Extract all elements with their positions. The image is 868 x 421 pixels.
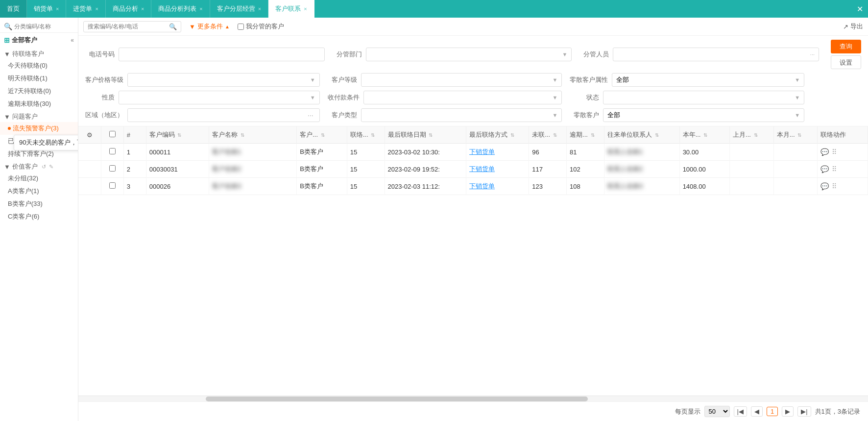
col-this-year-sort[interactable]: ⇅ (703, 132, 707, 138)
query-button[interactable]: 查询 (831, 40, 861, 53)
settings-icon[interactable]: ⚙ (87, 131, 93, 139)
col-code[interactable]: 客户编码 ⇅ (146, 126, 209, 144)
col-last-type[interactable]: 最后联络方式 ⇅ (466, 126, 529, 144)
filter-price-grade-select[interactable]: ▼ (127, 73, 320, 87)
filter-region-ellipsis[interactable]: ··· (306, 111, 315, 119)
cell-action-0[interactable]: 💬 ⠿ (818, 144, 868, 161)
action-more-icon-2[interactable]: ⠿ (832, 182, 837, 190)
col-contact[interactable]: 联络... ⇅ (347, 126, 385, 144)
tab-customer-contact[interactable]: 客户联系 × (268, 0, 314, 18)
tab-customer-layer[interactable]: 客户分层经营 × (210, 0, 268, 18)
page-next-btn[interactable]: ▶ (782, 406, 794, 417)
filter-casual-select[interactable]: 全部 ▼ (603, 108, 804, 122)
filter-phone-input[interactable] (119, 48, 325, 61)
col-this-month-sort[interactable]: ⇅ (797, 132, 801, 138)
page-prev-btn[interactable]: ◀ (751, 406, 763, 417)
sidebar-search-box[interactable]: 🔍 (0, 21, 78, 33)
page-prev-first-btn[interactable]: |◀ (734, 406, 747, 417)
sidebar-item-overdue[interactable]: 逾期未联络(30) (0, 98, 78, 110)
col-name[interactable]: 客户名称 ⇅ (209, 126, 296, 144)
col-uncontacted[interactable]: 未联... ⇅ (529, 126, 567, 144)
row-checkbox-2[interactable] (109, 182, 116, 189)
col-type[interactable]: 客户... ⇅ (297, 126, 347, 144)
cell-last-type-0[interactable]: 下销货单 (466, 144, 529, 161)
more-conditions-btn[interactable]: ▼ 更多条件 ▲ (185, 21, 234, 32)
sidebar-all-customers[interactable]: ⊞ 全部客户 « (0, 33, 78, 48)
my-customers-check[interactable] (238, 24, 244, 30)
action-chat-icon-2[interactable]: 💬 (820, 182, 829, 190)
horizontal-scrollbar[interactable] (78, 396, 868, 401)
tab-purchase-close[interactable]: × (95, 6, 98, 12)
sidebar-item-tomorrow[interactable]: 明天待联络(1) (0, 72, 78, 85)
col-overdue-sort[interactable]: ⇅ (591, 132, 595, 138)
filter-status-select[interactable]: ▼ (603, 91, 804, 104)
cell-checkbox-0[interactable] (101, 144, 123, 161)
col-checkbox[interactable] (101, 126, 123, 144)
page-next-last-btn[interactable]: ▶| (797, 406, 811, 417)
search-input[interactable] (88, 23, 167, 30)
cell-last-type-2[interactable]: 下销货单 (466, 178, 529, 195)
tab-home[interactable]: 首页 (0, 0, 27, 18)
sidebar-item-c-class[interactable]: C类客户(6) (0, 210, 78, 223)
row-checkbox-0[interactable] (109, 148, 116, 154)
filter-region-select[interactable]: ··· (127, 108, 320, 122)
tab-product-analysis-close[interactable]: × (141, 6, 144, 12)
tab-product-list[interactable]: 商品分析列表 × (151, 0, 210, 18)
col-this-month[interactable]: 本月... ⇅ (773, 126, 818, 144)
col-last-month-sort[interactable]: ⇅ (754, 132, 758, 138)
filter-dept-select[interactable]: ▼ (366, 48, 572, 61)
filter-payment-select[interactable]: ▼ (363, 91, 562, 104)
cell-checkbox-2[interactable] (101, 178, 123, 195)
per-page-select[interactable]: 50 100 (704, 406, 730, 417)
tab-customer-layer-close[interactable]: × (258, 6, 261, 12)
cell-action-2[interactable]: 💬 ⠿ (818, 178, 868, 195)
sidebar-item-today[interactable]: 今天待联络(0) (0, 59, 78, 72)
action-chat-icon-0[interactable]: 💬 (820, 148, 829, 156)
col-last-date-sort[interactable]: ⇅ (429, 132, 433, 138)
close-all-tabs-icon[interactable]: ✕ (857, 4, 863, 14)
col-company-sort[interactable]: ⇅ (655, 132, 659, 138)
col-name-sort[interactable]: ⇅ (241, 132, 244, 138)
tab-customer-contact-close[interactable]: × (304, 6, 307, 12)
sidebar-search-input[interactable] (14, 23, 74, 30)
group-pending-contact[interactable]: ▼ 待联络客户 (0, 48, 78, 59)
col-this-year[interactable]: 本年... ⇅ (679, 126, 729, 144)
search-box[interactable]: 🔍 (83, 21, 181, 32)
group-problem-customers[interactable]: ▼ 问题客户 (0, 110, 78, 122)
cell-last-type-1[interactable]: 下销货单 (466, 161, 529, 178)
cell-checkbox-1[interactable] (101, 161, 123, 178)
group-value-config-icon[interactable]: ✎ (49, 164, 53, 170)
filter-customer-grade-select[interactable]: ▼ (361, 73, 562, 87)
tab-product-analysis[interactable]: 商品分析 × (106, 0, 151, 18)
sidebar-item-7days[interactable]: 近7天待联络(0) (0, 85, 78, 98)
group-value-edit-icon[interactable]: ↺ (42, 164, 46, 170)
tab-sales[interactable]: 销货单 × (27, 0, 66, 18)
cell-action-1[interactable]: 💬 ⠿ (818, 161, 868, 178)
select-all-checkbox[interactable] (109, 131, 116, 137)
row-checkbox-1[interactable] (109, 165, 116, 172)
col-last-date[interactable]: 最后联络日期 ⇅ (385, 126, 466, 144)
col-contact-sort[interactable]: ⇅ (371, 132, 375, 138)
col-overdue[interactable]: 逾期... ⇅ (567, 126, 604, 144)
col-settings[interactable]: ⚙ (78, 126, 101, 144)
col-code-sort[interactable]: ⇅ (177, 132, 181, 138)
sidebar-item-ungrouped[interactable]: 未分组(32) (0, 172, 78, 185)
filter-customer-type-select[interactable]: ▼ (361, 108, 562, 122)
filter-manager-select[interactable]: ··· (613, 48, 819, 61)
filter-casual-attr-select[interactable]: 全部 ▼ (612, 73, 804, 87)
col-company-contact[interactable]: 往来单位联系人 ⇅ (604, 126, 679, 144)
col-uncontacted-sort[interactable]: ⇅ (553, 132, 557, 138)
col-last-month[interactable]: 上月... ⇅ (730, 126, 774, 144)
scrollbar-thumb[interactable] (206, 396, 588, 401)
sidebar-item-churn-warning[interactable]: 流失预警客户(3) (0, 122, 78, 135)
col-type-sort[interactable]: ⇅ (321, 132, 325, 138)
sidebar-item-a-class[interactable]: A类客户(1) (0, 185, 78, 198)
action-more-icon-1[interactable]: ⠿ (832, 165, 837, 173)
tab-sales-close[interactable]: × (56, 6, 59, 12)
action-more-icon-0[interactable]: ⠿ (832, 148, 837, 156)
collapse-icon[interactable]: « (71, 37, 74, 44)
group-value-customers[interactable]: ▼ 价值客户 ↺ ✎ (0, 160, 78, 172)
tab-product-list-close[interactable]: × (199, 6, 202, 12)
action-chat-icon-1[interactable]: 💬 (820, 165, 829, 173)
filter-nature-select[interactable]: ▼ (119, 91, 320, 104)
